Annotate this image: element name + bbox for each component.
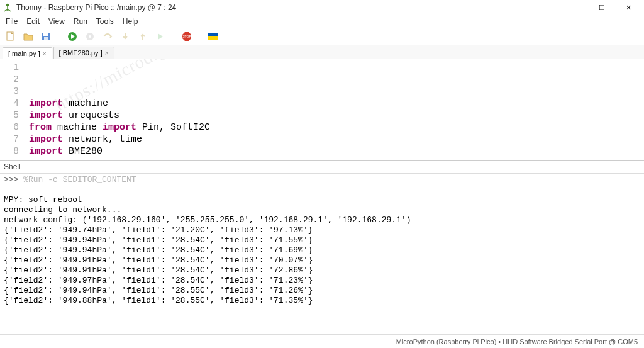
code-editor[interactable]: 12345678 https://microdigisoft.com - 16:… bbox=[0, 59, 644, 159]
app-icon bbox=[3, 3, 13, 13]
shell-output-line: {'field2': '949.91hPa', 'field1': '28.54… bbox=[4, 255, 640, 266]
code-line[interactable]: import machine bbox=[29, 98, 644, 109]
shell-panel: Shell >>> %Run -c $EDITOR_CONTENT MPY: s… bbox=[0, 161, 644, 334]
close-button[interactable]: ✕ bbox=[615, 0, 641, 15]
line-number: 1 bbox=[0, 62, 19, 74]
svg-rect-4 bbox=[43, 33, 48, 36]
shell-output-line: {'field2': '949.88hPa', 'field1': '28.55… bbox=[4, 296, 640, 306]
shell-output-line: {'field2': '949.97hPa', 'field1': '28.54… bbox=[4, 276, 640, 286]
window-controls: ─ ☐ ✕ bbox=[562, 0, 641, 15]
step-out-icon[interactable] bbox=[136, 30, 150, 43]
shell-output-line: network config: ('192.168.29.160', '255.… bbox=[4, 215, 640, 225]
shell-output-line: {'field2': '949.94hPa', 'field1': '28.54… bbox=[4, 245, 640, 255]
code-line[interactable]: import BME280 bbox=[29, 145, 644, 157]
shell-output-line bbox=[4, 185, 640, 195]
code-line[interactable]: from machine import Pin, SoftI2C bbox=[29, 121, 644, 133]
stop-icon[interactable]: STOP bbox=[180, 30, 194, 43]
save-file-icon[interactable] bbox=[39, 30, 53, 43]
shell-panel-label: Shell bbox=[0, 161, 644, 174]
code-area[interactable]: https://microdigisoft.com - 16:12 import… bbox=[23, 59, 644, 159]
line-number: 8 bbox=[0, 145, 19, 157]
window-title: Thonny - Raspberry Pi Pico :: /main.py @… bbox=[16, 3, 562, 12]
support-ukraine-icon[interactable] bbox=[206, 30, 220, 43]
code-line[interactable] bbox=[29, 157, 644, 159]
code-line[interactable]: import urequests bbox=[29, 109, 644, 121]
svg-rect-12 bbox=[208, 36, 218, 40]
resume-icon[interactable] bbox=[153, 30, 167, 43]
shell-output-line: MPY: soft reboot bbox=[4, 195, 640, 205]
tab-main-py[interactable]: [ main.py ] × bbox=[3, 47, 52, 59]
line-number-gutter: 12345678 bbox=[0, 59, 23, 159]
close-icon[interactable]: × bbox=[105, 50, 109, 57]
open-file-icon[interactable] bbox=[21, 30, 35, 43]
menu-bar: File Edit View Run Tools Help bbox=[0, 15, 644, 28]
menu-edit[interactable]: Edit bbox=[22, 16, 44, 27]
status-bar: MicroPython (Raspberry Pi Pico) • HHD So… bbox=[0, 334, 644, 348]
line-number: 5 bbox=[0, 109, 19, 121]
line-number: 7 bbox=[0, 133, 19, 145]
close-icon[interactable]: × bbox=[43, 50, 47, 57]
shell-prompt-line: >>> %Run -c $EDITOR_CONTENT bbox=[4, 175, 640, 185]
maximize-button[interactable]: ☐ bbox=[589, 0, 615, 15]
step-into-icon[interactable] bbox=[118, 30, 132, 43]
menu-tools[interactable]: Tools bbox=[92, 16, 118, 27]
menu-help[interactable]: Help bbox=[118, 16, 143, 27]
window-titlebar: Thonny - Raspberry Pi Pico :: /main.py @… bbox=[0, 0, 644, 15]
run-icon[interactable] bbox=[65, 30, 79, 43]
menu-file[interactable]: File bbox=[1, 16, 22, 27]
line-number: 6 bbox=[0, 121, 19, 133]
shell-output-line: {'field2': '949.94hPa', 'field1': '28.55… bbox=[4, 286, 640, 296]
line-number: 4 bbox=[0, 98, 19, 109]
shell-output-line: {'field2': '949.94hPa', 'field1': '28.54… bbox=[4, 235, 640, 245]
svg-text:STOP: STOP bbox=[182, 35, 191, 38]
editor-tabs: [ main.py ] × [ BME280.py ] × bbox=[0, 45, 644, 59]
shell-output-line: connecting to network... bbox=[4, 205, 640, 215]
menu-view[interactable]: View bbox=[44, 16, 69, 27]
shell-output[interactable]: >>> %Run -c $EDITOR_CONTENT MPY: soft re… bbox=[0, 174, 644, 334]
minimize-button[interactable]: ─ bbox=[562, 0, 589, 15]
interpreter-status[interactable]: MicroPython (Raspberry Pi Pico) • HHD So… bbox=[396, 338, 638, 345]
line-number: 3 bbox=[0, 86, 19, 98]
svg-rect-1 bbox=[7, 6, 8, 11]
step-over-icon[interactable] bbox=[101, 30, 114, 43]
svg-rect-11 bbox=[208, 33, 218, 36]
line-number: 2 bbox=[0, 74, 19, 86]
tab-bme280-py[interactable]: [ BME280.py ] × bbox=[53, 47, 114, 59]
tab-label: [ BME280.py ] bbox=[59, 49, 103, 57]
code-line[interactable]: import network, time bbox=[29, 133, 644, 145]
toolbar: STOP bbox=[0, 28, 644, 45]
new-file-icon[interactable] bbox=[4, 30, 18, 43]
shell-output-line: {'field2': '949.74hPa', 'field1': '21.20… bbox=[4, 225, 640, 235]
debug-icon[interactable] bbox=[83, 30, 97, 43]
svg-rect-5 bbox=[44, 37, 48, 40]
tab-label: [ main.py ] bbox=[8, 50, 40, 57]
svg-point-8 bbox=[89, 35, 91, 38]
menu-run[interactable]: Run bbox=[69, 16, 92, 27]
shell-output-line: {'field2': '949.91hPa', 'field1': '28.54… bbox=[4, 266, 640, 276]
